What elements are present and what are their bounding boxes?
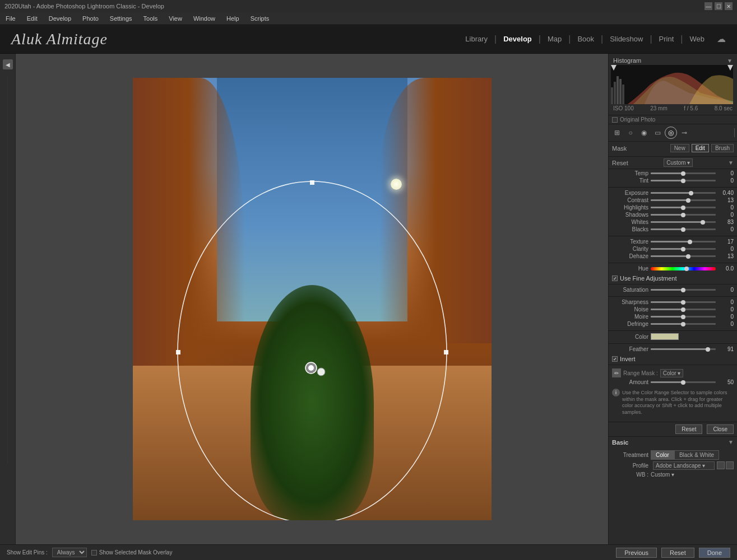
close-button[interactable]: ✕: [725, 2, 733, 10]
menu-view[interactable]: View: [166, 14, 184, 23]
moire-thumb[interactable]: [681, 315, 685, 319]
show-selected-checkbox[interactable]: [91, 550, 97, 556]
custom-dropdown[interactable]: Custom ▾: [664, 158, 692, 167]
profile-grid-btn[interactable]: [717, 461, 725, 469]
bottom-reset-button[interactable]: Reset: [661, 548, 694, 558]
nav-develop[interactable]: Develop: [499, 32, 536, 45]
always-dropdown[interactable]: Always: [52, 548, 87, 557]
cloud-icon[interactable]: ☁: [717, 34, 726, 44]
tint-slider[interactable]: [651, 180, 716, 181]
menu-photo[interactable]: Photo: [80, 14, 101, 23]
invert-row: ✓ Invert: [609, 354, 737, 363]
wb-dropdown[interactable]: Custom ▾: [651, 472, 734, 478]
invert-checkbox[interactable]: ✓: [612, 356, 618, 362]
nav-library[interactable]: Library: [461, 32, 492, 45]
nav-book[interactable]: Book: [573, 32, 599, 45]
clarity-slider[interactable]: [651, 248, 716, 250]
eyedropper-icon[interactable]: ✏: [612, 368, 621, 377]
menu-edit[interactable]: Edit: [25, 14, 40, 23]
profile-list-btn[interactable]: [726, 461, 734, 469]
menu-file[interactable]: File: [3, 14, 18, 23]
menu-develop[interactable]: Develop: [47, 14, 73, 23]
temp-thumb[interactable]: [681, 171, 685, 176]
menu-window[interactable]: Window: [191, 14, 217, 23]
minimize-button[interactable]: —: [704, 2, 712, 10]
panel-close-button[interactable]: Close: [707, 424, 734, 434]
tint-value: 0: [718, 178, 734, 184]
texture-slider[interactable]: [651, 241, 716, 242]
tool-slider[interactable]: ⊸: [678, 127, 690, 139]
menu-help[interactable]: Help: [224, 14, 242, 23]
saturation-slider[interactable]: [651, 289, 716, 291]
dehaze-slider[interactable]: [651, 255, 716, 257]
contrast-thumb[interactable]: [686, 198, 690, 203]
dehaze-thumb[interactable]: [686, 254, 690, 259]
fine-adjustment-checkbox[interactable]: ✓: [612, 276, 618, 281]
tint-thumb[interactable]: [681, 179, 685, 183]
amount-thumb[interactable]: [681, 380, 685, 385]
tool-ellipse[interactable]: ◎: [665, 127, 677, 139]
feather-thumb[interactable]: [706, 347, 710, 352]
texture-thumb[interactable]: [688, 240, 692, 244]
nav-print[interactable]: Print: [655, 32, 679, 45]
nav-slideshow[interactable]: Slideshow: [605, 32, 647, 45]
defringe-thumb[interactable]: [681, 322, 685, 326]
clarity-thumb[interactable]: [681, 247, 685, 251]
whites-slider[interactable]: [651, 221, 716, 223]
exposure-slider[interactable]: [651, 192, 716, 194]
feather-slider[interactable]: [651, 348, 716, 350]
shadows-thumb[interactable]: [681, 213, 685, 217]
saturation-thumb[interactable]: [681, 288, 685, 292]
tool-rect[interactable]: ▭: [651, 127, 664, 139]
treatment-bw-btn[interactable]: Black & White: [674, 450, 719, 460]
hue-thumb[interactable]: [684, 267, 689, 271]
treatment-color-btn[interactable]: Color: [651, 450, 674, 460]
tool-circle2[interactable]: ◉: [638, 127, 650, 139]
highlights-slider[interactable]: [651, 207, 716, 208]
done-button[interactable]: Done: [699, 548, 730, 558]
blacks-slider[interactable]: [651, 228, 716, 230]
profile-arrow: ▾: [702, 463, 705, 469]
shadows-slider[interactable]: [651, 214, 716, 216]
tool-grid[interactable]: ⊞: [611, 127, 623, 139]
feather-label: Feather: [612, 346, 648, 352]
range-mask-dropdown[interactable]: Color ▾: [660, 369, 684, 377]
temp-slider[interactable]: [651, 172, 716, 174]
profile-dropdown[interactable]: Adobe Landscape ▾: [653, 461, 715, 470]
amount-slider[interactable]: [651, 381, 716, 383]
nav-map[interactable]: Map: [543, 32, 566, 45]
defringe-slider[interactable]: [651, 323, 716, 325]
reset-arrow[interactable]: ▼: [728, 160, 734, 166]
noise-slider[interactable]: [651, 309, 716, 310]
mask-edit-btn[interactable]: Edit: [692, 144, 709, 152]
navigator-icon[interactable]: ◀: [3, 59, 13, 69]
color-swatch[interactable]: [651, 333, 679, 340]
hue-slider[interactable]: [651, 267, 716, 270]
contrast-slider[interactable]: [651, 199, 716, 201]
sharpness-slider[interactable]: [651, 301, 716, 303]
sharpness-thumb[interactable]: [681, 300, 685, 305]
panel-reset-button[interactable]: Reset: [675, 424, 702, 434]
temp-row: Temp 0: [612, 170, 734, 176]
noise-label: Noise: [612, 306, 648, 312]
mask-new-btn[interactable]: New: [670, 144, 689, 152]
whites-thumb[interactable]: [701, 220, 705, 225]
highlights-thumb[interactable]: [681, 206, 685, 210]
noise-thumb[interactable]: [681, 307, 685, 312]
menu-settings[interactable]: Settings: [108, 14, 135, 23]
divider-2: [609, 236, 737, 236]
original-photo-checkbox[interactable]: [612, 117, 618, 123]
title-text: 2020Utah - Adobe Photoshop Lightroom Cla…: [4, 3, 164, 10]
moire-slider[interactable]: [651, 316, 716, 318]
maximize-button[interactable]: ☐: [715, 2, 722, 10]
mask-brush-btn[interactable]: Brush: [711, 144, 734, 152]
previous-button[interactable]: Previous: [616, 548, 657, 558]
blacks-thumb[interactable]: [681, 227, 685, 232]
nav-web[interactable]: Web: [685, 32, 710, 45]
basic-section-header[interactable]: Basic ▼: [609, 437, 737, 448]
exposure-thumb[interactable]: [689, 191, 693, 195]
menu-scripts[interactable]: Scripts: [248, 14, 272, 23]
tool-circle1[interactable]: ○: [624, 127, 637, 139]
menu-tools[interactable]: Tools: [141, 14, 160, 23]
photo-background[interactable]: [133, 78, 492, 520]
